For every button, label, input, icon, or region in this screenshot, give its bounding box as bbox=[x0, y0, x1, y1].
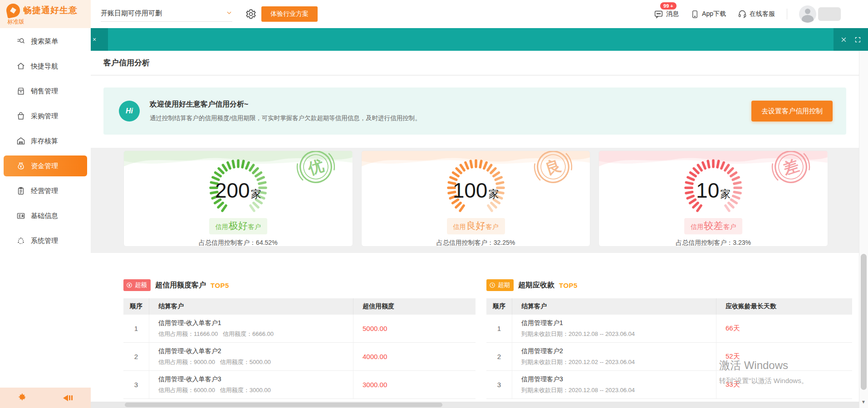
money-bag-icon bbox=[16, 161, 25, 170]
stat-card-good: 良 100家 信用良好客户 占总信用控制客户：32.25% bbox=[361, 151, 591, 247]
account-set-select[interactable]: 开账日期可停用可删 bbox=[101, 5, 232, 22]
svg-text:差: 差 bbox=[780, 156, 801, 178]
close-all-icon[interactable] bbox=[840, 36, 847, 43]
page-title: 客户信用分析 bbox=[103, 58, 150, 68]
table-header-row: 顺序 结算客户 应收账龄最长天数 bbox=[486, 298, 852, 315]
clipboard-icon bbox=[16, 186, 25, 195]
customer-count: 200家 bbox=[215, 178, 261, 203]
open-tabs-bar: 首页 客户信用分析 × bbox=[0, 28, 868, 51]
main-content: 客户信用分析 Hi 欢迎使用好生意客户信用分析~ 通过控制结算客户的信用额度/信… bbox=[91, 51, 859, 408]
chevron-down-icon bbox=[226, 10, 232, 17]
brand-name: 畅捷通好生意 bbox=[23, 5, 78, 16]
seal-stamp-good: 良 bbox=[525, 151, 581, 195]
table-row[interactable]: 1 信用管理-收入单客户1信用占用额：11666.00 信用额度：6666.00… bbox=[123, 315, 476, 343]
app-download-button[interactable]: App下载 bbox=[691, 10, 726, 19]
online-service-button[interactable]: 在线客服 bbox=[738, 10, 775, 19]
phone-icon bbox=[691, 10, 699, 19]
sidebar-footer bbox=[0, 388, 91, 408]
svg-text:优: 优 bbox=[305, 156, 326, 178]
dots-circle-icon bbox=[16, 236, 25, 245]
credit-stat-cards: 优 200家 信用极好客户 占总信用控制客户：64.52% bbox=[123, 151, 828, 247]
fullscreen-icon[interactable] bbox=[854, 36, 861, 43]
vertical-scrollbar-thumb[interactable] bbox=[861, 254, 867, 390]
sidebar-item-inventory[interactable]: 库存核算 bbox=[4, 131, 87, 151]
share-of-total: 占总信用控制客户：3.23% bbox=[676, 239, 751, 247]
tab-close-icon[interactable]: × bbox=[93, 36, 96, 43]
sidebar-item-purchase[interactable]: 采购管理 bbox=[4, 106, 87, 126]
search-menu-icon bbox=[16, 37, 25, 46]
sidebar-item-search-menu[interactable]: 搜索菜单 bbox=[4, 31, 87, 52]
sidebar-item-operations[interactable]: 经营管理 bbox=[4, 180, 87, 201]
welcome-panel: Hi 欢迎使用好生意客户信用分析~ 通过控制结算客户的信用额度/信用期限，可实时… bbox=[91, 76, 859, 148]
messages-count-badge: 99 + bbox=[660, 2, 677, 10]
sidebar-item-basic-info[interactable]: 基础信息 bbox=[4, 205, 87, 226]
horizontal-scrollbar-thumb[interactable] bbox=[125, 403, 442, 407]
settings-gear-icon[interactable] bbox=[245, 8, 257, 20]
credit-level-badge: 信用较差客户 bbox=[684, 218, 742, 234]
overdue-receivables-table-section: 超期 超期应收款 TOP5 顺序 结算客户 应收账龄最长天数 1 bbox=[486, 278, 852, 399]
username-placeholder bbox=[818, 7, 841, 21]
brand-logo-icon bbox=[5, 2, 21, 19]
over-credit-table-section: 超额 超信用额度客户 TOP5 顺序 结算客户 超信用额度 1 bbox=[123, 278, 476, 399]
vertical-scrollbar[interactable]: ▼ bbox=[859, 51, 868, 408]
seal-stamp-poor: 差 bbox=[763, 151, 819, 195]
sidebar-item-system[interactable]: 系统管理 bbox=[4, 230, 87, 251]
table-row[interactable]: 3 信用管理-收入单客户3信用占用额：6000.00 信用额度：3000.00 … bbox=[123, 371, 476, 399]
welcome-subtitle: 通过控制结算客户的信用额度/信用期限，可实时掌握客户欠款超期等信用信息，及时进行… bbox=[150, 114, 751, 122]
share-of-total: 占总信用控制客户：64.52% bbox=[199, 239, 277, 247]
sidebar-item-funds[interactable]: 资金管理 bbox=[4, 155, 87, 176]
online-service-label: 在线客服 bbox=[750, 10, 775, 18]
sidebar-nav: 搜索菜单 快捷导航 销售管理 采购管理 库存核算 资金管理 经营管理 基础信息 bbox=[0, 28, 91, 388]
sidebar-item-sales[interactable]: 销售管理 bbox=[4, 81, 87, 102]
stat-card-excellent: 优 200家 信用极好客户 占总信用控制客户：64.52% bbox=[123, 151, 353, 247]
messages-label: 消息 bbox=[666, 10, 679, 18]
top5-label: TOP5 bbox=[211, 282, 229, 289]
table-title: 超信用额度客户 bbox=[155, 281, 206, 290]
share-of-total: 占总信用控制客户：32.25% bbox=[436, 239, 515, 247]
headset-icon bbox=[738, 10, 747, 19]
warehouse-icon bbox=[16, 136, 25, 146]
horizontal-scrollbar[interactable] bbox=[91, 402, 859, 408]
yen-coin-icon bbox=[126, 282, 132, 288]
overdue-badge: 超期 bbox=[486, 279, 514, 291]
seal-stamp-excellent: 优 bbox=[288, 151, 343, 195]
page-title-bar: 客户信用分析 bbox=[91, 51, 859, 75]
table-title: 超期应收款 bbox=[518, 281, 554, 290]
hi-icon: Hi bbox=[119, 101, 140, 121]
messages-button[interactable]: 99 + 消息 bbox=[654, 10, 679, 19]
top-header-bar: 畅捷通好生意 标准版 开账日期可停用可删 体验行业方案 99 + bbox=[0, 0, 868, 28]
customer-count: 100家 bbox=[453, 178, 499, 203]
user-account-menu[interactable] bbox=[799, 5, 841, 23]
app-logo: 畅捷通好生意 标准版 bbox=[0, 0, 91, 28]
trial-industry-plan-button[interactable]: 体验行业方案 bbox=[261, 6, 318, 22]
header-divider bbox=[787, 9, 787, 19]
table-header-row: 顺序 结算客户 超信用额度 bbox=[123, 298, 476, 315]
svg-text:良: 良 bbox=[543, 156, 563, 178]
credit-level-badge: 信用良好客户 bbox=[447, 218, 505, 234]
setup-credit-control-button[interactable]: 去设置客户信用控制 bbox=[751, 101, 833, 121]
stat-card-poor: 差 10家 信用较差客户 占总信用控制客户：3.23% bbox=[598, 151, 828, 247]
credit-level-badge: 信用极好客户 bbox=[209, 218, 267, 234]
top5-label: TOP5 bbox=[559, 282, 578, 289]
app-download-label: App下载 bbox=[702, 10, 726, 18]
sidebar-item-quick-nav[interactable]: 快捷导航 bbox=[4, 56, 87, 77]
welcome-banner: Hi 欢迎使用好生意客户信用分析~ 通过控制结算客户的信用额度/信用期限，可实时… bbox=[103, 87, 846, 135]
account-set-value: 开账日期可停用可删 bbox=[101, 9, 162, 18]
shopping-bag-icon bbox=[16, 112, 25, 121]
table-row[interactable]: 3 信用管理客户3到期未收款日期：2020.12.08 -- 2023.06.0… bbox=[486, 371, 852, 399]
collapse-sidebar-icon[interactable] bbox=[63, 395, 73, 401]
edition-label: 标准版 bbox=[7, 18, 91, 26]
table-row[interactable]: 1 信用管理客户1到期未收款日期：2020.12.08 -- 2023.06.0… bbox=[486, 315, 852, 343]
tables-panel: 超额 超信用额度客户 TOP5 顺序 结算客户 超信用额度 1 bbox=[91, 253, 859, 402]
id-card-icon bbox=[16, 211, 25, 220]
message-bubble-icon bbox=[654, 10, 663, 19]
table-row[interactable]: 2 信用管理-收入单客户2信用占用额：9000.00 信用额度：5000.00 … bbox=[123, 343, 476, 371]
avatar bbox=[799, 5, 816, 23]
footer-gear-icon[interactable] bbox=[17, 393, 26, 403]
home-icon bbox=[16, 62, 25, 71]
table-row[interactable]: 2 信用管理客户2到期未收款日期：2020.12.02 -- 2023.06.0… bbox=[486, 343, 852, 371]
welcome-title: 欢迎使用好生意客户信用分析~ bbox=[150, 100, 751, 109]
over-limit-badge: 超额 bbox=[123, 279, 151, 291]
scroll-down-arrow-icon[interactable]: ▼ bbox=[861, 399, 866, 404]
customer-count: 10家 bbox=[696, 178, 731, 203]
